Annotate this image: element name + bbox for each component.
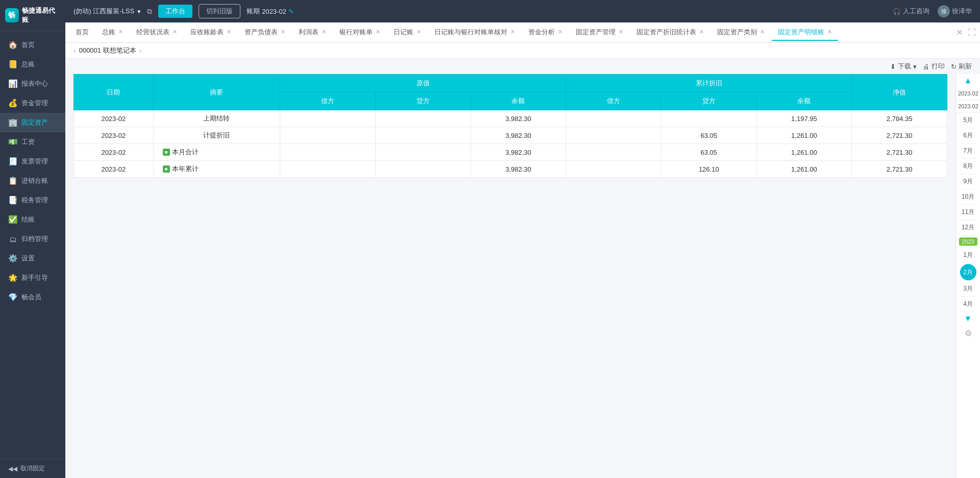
- cell-accum-debit: [566, 144, 662, 161]
- logo-icon: 畅: [5, 8, 19, 22]
- company-selector[interactable]: (勿动) 江西服装-LSS ▾: [74, 7, 141, 16]
- tab-close-profit[interactable]: ✕: [322, 29, 326, 35]
- cell-accum-balance: 1,261.00: [756, 144, 852, 161]
- sidebar-item-capital[interactable]: 💰资金管理: [0, 93, 65, 113]
- tab-bank[interactable]: 银行对账单✕: [333, 25, 386, 41]
- calendar-month[interactable]: 9月: [961, 174, 975, 189]
- tabbar-expand-icon[interactable]: ⛶: [968, 28, 976, 37]
- breadcrumb-prev[interactable]: ‹: [74, 46, 76, 55]
- tab-label-bank: 银行对账单: [339, 28, 373, 37]
- sidebar-item-home[interactable]: 🏠首页: [0, 35, 65, 55]
- calendar-panel: ▲ 2023.02 2023.02 5月6月7月8月9月10月11月12月 20…: [955, 74, 980, 478]
- th-net-value: 净值: [852, 75, 947, 110]
- tab-receivable[interactable]: 应收账龄表✕: [184, 25, 237, 41]
- sidebar-icon-capital: 💰: [8, 99, 17, 108]
- tab-fa-depreciation[interactable]: 固定资产折旧统计表✕: [630, 25, 710, 41]
- download-chevron: ▾: [913, 63, 917, 70]
- tab-fa-mgmt[interactable]: 固定资产管理✕: [570, 25, 629, 41]
- tab-assets-liabilities[interactable]: 资产负债表✕: [238, 25, 291, 41]
- tab-label-journal-bank: 日记账与银行对账单核对: [434, 28, 507, 37]
- calendar-month[interactable]: 2月: [960, 264, 976, 280]
- edit-period-icon[interactable]: ✎: [288, 8, 294, 15]
- sidebar-item-settings[interactable]: ⚙️设置: [0, 249, 65, 268]
- calendar-month[interactable]: 5月: [961, 113, 975, 128]
- tab-close-bank[interactable]: ✕: [376, 29, 380, 35]
- cell-accum-debit: [566, 161, 662, 178]
- sidebar-item-archive[interactable]: 🗂归档管理: [0, 229, 65, 249]
- calendar-month[interactable]: 11月: [961, 205, 975, 220]
- workspace-button[interactable]: 工作台: [158, 5, 192, 18]
- cell-summary: ■本月合计: [153, 144, 280, 161]
- tab-close-fa-detail[interactable]: ✕: [827, 29, 832, 35]
- calendar-month[interactable]: 8月: [961, 159, 975, 174]
- sidebar-item-member[interactable]: 💎畅会员: [0, 288, 65, 307]
- tab-close-fa-depreciation[interactable]: ✕: [699, 29, 704, 35]
- tab-bar: 首页总账✕经营状况表✕应收账龄表✕资产负债表✕利润表✕银行对账单✕日记账✕日记账…: [65, 22, 980, 43]
- header-right: 🎧 人工咨询 徐 徐泽华: [893, 5, 972, 17]
- sidebar-item-guide[interactable]: 🌟新手引导: [0, 268, 65, 288]
- calendar-month[interactable]: 3月: [960, 281, 976, 297]
- calendar-scroll-down[interactable]: ▼: [956, 312, 980, 325]
- sidebar-item-ledger[interactable]: 📒总账: [0, 55, 65, 74]
- tab-journal[interactable]: 日记账✕: [387, 25, 427, 41]
- tab-close-receivable[interactable]: ✕: [227, 29, 231, 35]
- tab-close-journal[interactable]: ✕: [416, 29, 421, 35]
- copy-icon[interactable]: ⧉: [147, 7, 152, 16]
- tab-capital-analysis[interactable]: 资金分析✕: [522, 25, 569, 41]
- tab-close-fa-category[interactable]: ✕: [760, 29, 765, 35]
- tab-fa-category[interactable]: 固定资产类别✕: [711, 25, 771, 41]
- calendar-month[interactable]: 4月: [960, 297, 976, 312]
- help-button[interactable]: 🎧 人工咨询: [893, 7, 929, 16]
- switch-version-button[interactable]: 切到旧版: [199, 4, 240, 18]
- tab-label-business: 经营状况表: [136, 28, 169, 37]
- sidebar-icon-guide: 🌟: [8, 273, 17, 282]
- calendar-month[interactable]: 10月: [961, 189, 975, 205]
- sidebar-item-settle[interactable]: ✅结账: [0, 210, 65, 229]
- tab-journal-bank[interactable]: 日记账与银行对账单核对✕: [428, 25, 521, 41]
- calendar-settings[interactable]: ⚙: [956, 325, 980, 341]
- calendar-month[interactable]: 7月: [961, 144, 975, 159]
- table-row: 2023-02 上期结转 3,982.30 1,197.95 2,784.35: [74, 110, 947, 127]
- sidebar-icon-member: 💎: [8, 293, 17, 302]
- sidebar-unpin[interactable]: ◀◀ 取消固定: [0, 459, 65, 478]
- sidebar-item-tax[interactable]: 📑税务管理: [0, 190, 65, 210]
- cell-orig-balance: 3,982.30: [471, 144, 566, 161]
- tab-profit[interactable]: 利润表✕: [292, 25, 332, 41]
- tab-close-business[interactable]: ✕: [173, 29, 177, 35]
- sidebar-item-invoice[interactable]: 🧾发票管理: [0, 152, 65, 171]
- calendar-scroll-up[interactable]: ▲: [956, 74, 980, 87]
- sidebar-item-fixed-assets[interactable]: 🏢固定资产: [0, 113, 65, 132]
- th-accum-credit: 贷方: [661, 92, 756, 110]
- period-display: 账期 2023-02 ✎: [247, 7, 294, 16]
- main-area: (勿动) 江西服装-LSS ▾ ⧉ 工作台 切到旧版 账期 2023-02 ✎ …: [65, 0, 980, 478]
- calendar-month[interactable]: 12月: [961, 220, 975, 235]
- tab-fa-detail[interactable]: 固定资产明细账✕: [772, 25, 838, 41]
- tab-home[interactable]: 首页: [69, 25, 95, 41]
- tab-close-fa-mgmt[interactable]: ✕: [619, 29, 623, 35]
- tab-close-journal-bank[interactable]: ✕: [510, 29, 515, 35]
- sidebar-item-payroll[interactable]: 💵工资: [0, 132, 65, 152]
- tab-close-assets-liabilities[interactable]: ✕: [281, 29, 285, 35]
- download-icon: ⬇: [890, 63, 896, 70]
- refresh-button[interactable]: ↻ 刷新: [951, 62, 972, 71]
- th-original-value: 原值: [280, 75, 566, 92]
- tab-label-ledger: 总账: [102, 28, 115, 37]
- user-menu[interactable]: 徐 徐泽华: [938, 5, 972, 17]
- calendar-month[interactable]: 6月: [961, 128, 975, 144]
- breadcrumb-next[interactable]: ›: [139, 46, 142, 55]
- tab-close-ledger[interactable]: ✕: [118, 29, 123, 35]
- sidebar-label-settle: 结账: [21, 215, 35, 224]
- tab-ledger[interactable]: 总账✕: [96, 25, 129, 41]
- calendar-month[interactable]: 1月: [960, 248, 976, 263]
- download-button[interactable]: ⬇ 下载 ▾: [890, 62, 917, 71]
- tab-label-fa-mgmt: 固定资产管理: [576, 28, 616, 37]
- cell-summary: 上期结转: [153, 110, 280, 127]
- sidebar-label-guide: 新手引导: [21, 273, 48, 282]
- tabbar-close-icon[interactable]: ✕: [956, 28, 963, 37]
- sidebar-item-reports[interactable]: 📊报表中心: [0, 74, 65, 93]
- sidebar-item-sales[interactable]: 📋进销台账: [0, 171, 65, 190]
- table-row: 2023-02 ■本月合计 3,982.30 63.05 1,261.00 2,…: [74, 144, 947, 161]
- tab-business[interactable]: 经营状况表✕: [130, 25, 183, 41]
- tab-close-capital-analysis[interactable]: ✕: [558, 29, 562, 35]
- print-button[interactable]: 🖨 打印: [923, 62, 945, 71]
